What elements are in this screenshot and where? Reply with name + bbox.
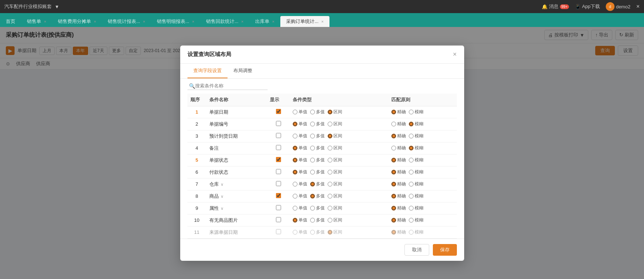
match-exact-radio[interactable]: 精确 xyxy=(391,133,406,139)
tab-close-icon[interactable]: × xyxy=(192,19,194,24)
show-checkbox[interactable] xyxy=(276,157,281,162)
type-multi-radio[interactable]: 多值 xyxy=(310,193,325,199)
dialog-header: 设置查询区域布局 × xyxy=(180,46,464,64)
type-single-radio[interactable]: 单值 xyxy=(293,121,307,127)
tab-home[interactable]: 首页 xyxy=(0,16,21,27)
tab-purchase-stat[interactable]: 采购订单统计... × xyxy=(280,16,329,27)
tab-close-icon[interactable]: × xyxy=(272,19,274,24)
cancel-button[interactable]: 取消 xyxy=(404,244,429,256)
row-name: 单据编号 xyxy=(209,121,228,127)
match-fuzzy-radio[interactable]: 模糊 xyxy=(409,205,423,211)
type-range-radio[interactable]: 区间 xyxy=(328,169,342,175)
match-fuzzy-radio[interactable]: 模糊 xyxy=(409,121,423,127)
topbar-close-button[interactable]: × xyxy=(636,3,640,10)
match-exact-radio[interactable]: 精确 xyxy=(391,109,406,115)
match-fuzzy-radio[interactable]: 模糊 xyxy=(409,217,423,223)
type-range-radio[interactable]: 区间 xyxy=(328,133,342,139)
type-multi-radio[interactable]: 多值 xyxy=(310,157,325,163)
show-checkbox[interactable] xyxy=(276,145,281,150)
type-single-radio[interactable]: 单值 xyxy=(293,217,307,223)
match-exact-radio[interactable]: 精确 xyxy=(391,157,406,163)
type-multi-radio[interactable]: 多值 xyxy=(310,169,325,175)
type-multi-radio[interactable]: 多值 xyxy=(310,229,325,235)
row-seq: 5 xyxy=(195,157,198,163)
type-range-radio[interactable]: 区间 xyxy=(328,157,342,163)
match-fuzzy-radio[interactable]: 模糊 xyxy=(409,169,423,175)
notification-button[interactable]: 🔔 消息 99+ xyxy=(542,3,569,10)
show-checkbox[interactable] xyxy=(276,133,281,138)
match-exact-radio[interactable]: 精确 xyxy=(391,121,406,127)
type-range-radio[interactable]: 区间 xyxy=(328,229,342,235)
match-fuzzy-radio[interactable]: 模糊 xyxy=(409,229,423,235)
type-multi-radio[interactable]: 多值 xyxy=(310,217,325,223)
user-menu[interactable]: d demo2 xyxy=(606,2,631,11)
type-range-radio[interactable]: 区间 xyxy=(328,217,342,223)
match-fuzzy-radio[interactable]: 模糊 xyxy=(409,145,423,151)
match-exact-radio[interactable]: 精确 xyxy=(391,205,406,211)
match-exact-radio[interactable]: 精确 xyxy=(391,193,406,199)
type-single-radio[interactable]: 单值 xyxy=(293,145,307,151)
type-range-radio[interactable]: 区间 xyxy=(328,109,342,115)
type-single-radio[interactable]: 单值 xyxy=(293,181,307,187)
match-fuzzy-radio[interactable]: 模糊 xyxy=(409,133,423,139)
type-range-radio[interactable]: 区间 xyxy=(328,145,342,151)
type-multi-radio[interactable]: 多值 xyxy=(310,121,325,127)
type-single-radio[interactable]: 单值 xyxy=(293,109,307,115)
type-single-radio[interactable]: 单值 xyxy=(293,133,307,139)
match-fuzzy-radio[interactable]: 模糊 xyxy=(409,181,423,187)
tab-close-icon[interactable]: × xyxy=(321,19,323,24)
tab-sales-order[interactable]: 销售单 × xyxy=(21,16,52,27)
table-row: 7 仓库 ∨ 单值 多值 区间 xyxy=(187,178,457,190)
match-exact-radio[interactable]: 精确 xyxy=(391,181,406,187)
type-multi-radio[interactable]: 多值 xyxy=(310,133,325,139)
show-checkbox[interactable] xyxy=(276,217,281,222)
match-fuzzy-radio[interactable]: 模糊 xyxy=(409,157,423,163)
show-checkbox[interactable] xyxy=(276,229,281,234)
dialog-tab-fields[interactable]: 查询字段设置 xyxy=(187,64,228,78)
type-multi-radio[interactable]: 多值 xyxy=(310,109,325,115)
tab-sales-fee[interactable]: 销售费用分摊单 × xyxy=(52,16,102,27)
show-checkbox[interactable] xyxy=(276,181,281,186)
type-multi-radio[interactable]: 多值 xyxy=(310,205,325,211)
tab-sales-detail[interactable]: 销售明细报表... × xyxy=(151,16,200,27)
type-multi-radio[interactable]: 多值 xyxy=(310,181,325,187)
save-button[interactable]: 保存 xyxy=(433,244,457,256)
show-checkbox[interactable] xyxy=(276,169,281,174)
type-single-radio[interactable]: 单值 xyxy=(293,169,307,175)
type-single-radio[interactable]: 单值 xyxy=(293,229,307,235)
app-download-button[interactable]: 📱 App下载 xyxy=(575,3,600,10)
dialog-tab-layout[interactable]: 布局调整 xyxy=(228,64,258,78)
show-checkbox[interactable] xyxy=(276,193,281,198)
match-exact-radio[interactable]: 精确 xyxy=(391,169,406,175)
tab-sales-receipt[interactable]: 销售回款统计... × xyxy=(200,16,249,27)
type-single-radio[interactable]: 单值 xyxy=(293,205,307,211)
type-range-radio[interactable]: 区间 xyxy=(328,181,342,187)
type-range-radio[interactable]: 区间 xyxy=(328,205,342,211)
show-checkbox[interactable] xyxy=(276,205,281,210)
type-range-radio[interactable]: 区间 xyxy=(328,193,342,199)
table-row: 10 有无商品图片 单值 多值 区间 xyxy=(187,214,457,226)
tab-close-icon[interactable]: × xyxy=(94,19,96,24)
type-single-radio[interactable]: 单值 xyxy=(293,193,307,199)
match-fuzzy-radio[interactable]: 模糊 xyxy=(409,109,423,115)
tab-sales-stat[interactable]: 销售统计报表... × xyxy=(102,16,151,27)
dialog-search-area: 🔍 xyxy=(180,79,464,94)
avatar: d xyxy=(606,2,615,11)
match-exact-radio[interactable]: 精确 xyxy=(391,229,406,235)
type-single-radio[interactable]: 单值 xyxy=(293,157,307,163)
show-checkbox[interactable] xyxy=(276,109,281,114)
dialog-close-button[interactable]: × xyxy=(453,51,457,58)
topbar-left: 汽车配件行业模拟账套 ▼ xyxy=(4,3,59,10)
tab-close-icon[interactable]: × xyxy=(143,19,145,24)
search-input[interactable] xyxy=(195,83,261,89)
tab-outbound[interactable]: 出库单 × xyxy=(249,16,280,27)
tab-close-icon[interactable]: × xyxy=(44,19,46,24)
type-range-radio[interactable]: 区间 xyxy=(328,121,342,127)
type-multi-radio[interactable]: 多值 xyxy=(310,145,325,151)
match-fuzzy-radio[interactable]: 模糊 xyxy=(409,193,423,199)
match-exact-radio[interactable]: 精确 xyxy=(391,145,406,151)
match-exact-radio[interactable]: 精确 xyxy=(391,217,406,223)
tab-close-icon[interactable]: × xyxy=(241,19,243,24)
modal-overlay: 设置查询区域布局 × 查询字段设置 布局调整 🔍 xyxy=(0,27,644,279)
show-checkbox[interactable] xyxy=(276,121,281,126)
